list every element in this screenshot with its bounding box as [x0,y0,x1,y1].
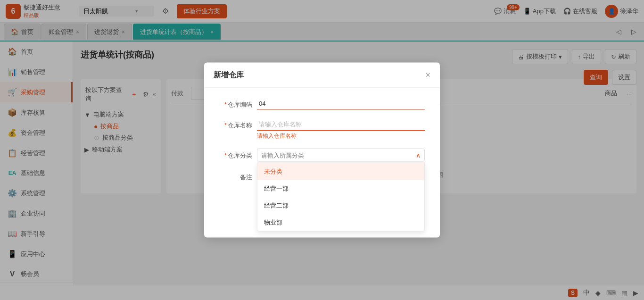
category-control: ∧ 未分类 经营一部 经营二部 物业部 [257,149,425,162]
required-star-code: * [224,101,227,108]
field-warehouse-name: *仓库名称 请输入仓库名称 [219,118,425,140]
dropdown-item-3[interactable]: 物业部 [257,214,424,231]
new-warehouse-modal: 新增仓库 × *仓库编码 *仓库名称 请输入仓库名称 *仓库分类 [204,63,440,238]
name-error-text: 请输入仓库名称 [257,132,425,140]
modal-body: *仓库编码 *仓库名称 请输入仓库名称 *仓库分类 [204,88,440,207]
name-input[interactable] [257,118,425,131]
name-label: *仓库名称 [219,118,257,130]
code-input[interactable] [257,98,425,110]
dropdown-item-2[interactable]: 经营二部 [257,197,424,214]
category-toggle-icon[interactable]: ∧ [416,151,421,159]
name-control: 请输入仓库名称 [257,118,425,140]
field-warehouse-code: *仓库编码 [219,98,425,110]
required-star-category: * [224,152,227,159]
category-dropdown-list: 未分类 经营一部 经营二部 物业部 [257,163,425,232]
modal-title: 新增仓库 [214,70,244,80]
modal-close-button[interactable]: × [425,70,430,80]
code-label: *仓库编码 [219,98,257,109]
dropdown-item-1[interactable]: 经营一部 [257,180,424,197]
category-input[interactable] [261,151,416,158]
category-label: *仓库分类 [219,149,257,160]
category-dropdown-trigger[interactable]: ∧ [257,149,425,162]
modal-header: 新增仓库 × [204,63,440,88]
code-control [257,98,425,110]
required-star-name: * [224,122,227,129]
dropdown-item-0[interactable]: 未分类 [257,163,424,180]
field-warehouse-category: *仓库分类 ∧ 未分类 经营一部 经营二部 物业部 [219,149,425,162]
note-label: 备注 [219,170,257,182]
